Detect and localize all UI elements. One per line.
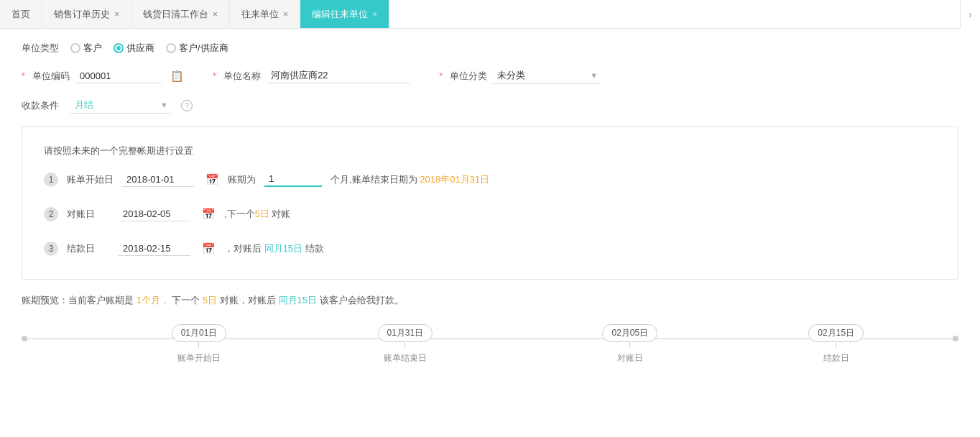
radio-supplier[interactable]: 供应商: [114, 42, 154, 55]
period-row-1: 1 账单开始日 📅 账期为 个月,账单结束日期为 2018年01月31日: [44, 172, 936, 187]
preview-text: 账期预览：当前客户账期是 1个月， 下一个 5日 对账，对账后 同月15日 该客…: [22, 294, 958, 307]
payment-day-highlight: 同月15日: [264, 243, 302, 254]
required-star: *: [22, 70, 25, 81]
timeline-label-3: 对账日: [617, 352, 643, 364]
period-num-2: 2: [44, 207, 58, 221]
period-desc-after-1: 个月,账单结束日期为 2018年01月31日: [330, 173, 489, 186]
timeline-point-3: 02月05日 对账日: [602, 324, 657, 364]
timeline-tick-2: [405, 342, 405, 348]
close-icon[interactable]: ×: [213, 9, 218, 19]
unit-category-group: * 单位分类 未分类 ▼: [439, 68, 601, 84]
timeline-point-4: 02月15日 结款日: [808, 324, 864, 364]
timeline-dot-end: [953, 336, 958, 341]
payment-terms-row: 收款条件 月结 ▼ ?: [22, 97, 958, 114]
period-desc-before-1: 账期为: [228, 173, 256, 186]
unit-code-input[interactable]: [75, 69, 162, 83]
radio-customer[interactable]: 客户: [70, 42, 102, 55]
preview-highlight-2: 5日: [203, 295, 217, 305]
timeline-tick-4: [836, 342, 836, 348]
reconcile-day-highlight: 5日: [255, 208, 269, 219]
radio-label-supplier: 供应商: [126, 42, 154, 55]
unit-type-label: 单位类型: [22, 42, 59, 55]
radio-group-unit-type: 客户 供应商 客户/供应商: [70, 42, 228, 55]
period-num-3: 3: [44, 242, 58, 256]
period-date-input-1[interactable]: [122, 172, 194, 187]
tabs-bar: 首页 销售订单历史 × 钱货日清工作台 × 往来单位 × 编辑往来单位 × ›: [0, 0, 980, 29]
preview-highlight-3: 同月15日: [279, 295, 317, 305]
card-title: 请按照未来的一个完整帐期进行设置: [44, 144, 936, 157]
unit-category-value: 未分类: [497, 69, 525, 82]
required-star: *: [439, 70, 443, 81]
preview-suffix: 该客户会给我打款。: [320, 295, 404, 305]
timeline-label-4: 结款日: [823, 352, 849, 364]
period-label-2: 对账日: [67, 208, 110, 221]
unit-type-group: 单位类型 客户 供应商 客户/供应商: [22, 42, 228, 55]
close-icon[interactable]: ×: [114, 9, 119, 19]
timeline-pill-4: 02月15日: [808, 324, 864, 342]
period-desc-2: ,下一个5日 对账: [224, 208, 290, 221]
timeline-dot-start: [22, 336, 27, 341]
timeline-tick-1: [198, 342, 199, 348]
radio-label-customer: 客户: [83, 42, 102, 55]
timeline-pill-3: 02月05日: [602, 324, 657, 342]
unit-code-group: * 单位编码 📋: [22, 69, 184, 83]
tab-counterparty[interactable]: 往来单位 ×: [230, 0, 300, 28]
payment-terms-value: 月结: [75, 98, 93, 111]
unit-category-label: 单位分类: [450, 70, 487, 83]
radio-circle-supplier: [114, 43, 124, 53]
period-row-2: 2 对账日 📅 ,下一个5日 对账: [44, 207, 936, 221]
radio-circle-customer: [70, 43, 80, 53]
period-date-input-3[interactable]: [119, 242, 190, 256]
tab-sales-history[interactable]: 销售订单历史 ×: [42, 0, 131, 28]
period-date-input-2[interactable]: [119, 207, 190, 221]
calendar-icon-3[interactable]: 📅: [202, 242, 216, 255]
unit-category-select[interactable]: 未分类 ▼: [493, 68, 601, 84]
copy-icon[interactable]: 📋: [170, 70, 184, 83]
payment-terms-select[interactable]: 月结 ▼: [70, 97, 171, 114]
main-content: 单位类型 客户 供应商 客户/供应商 * 单位编码: [0, 29, 980, 437]
tab-scroll-arrow[interactable]: ›: [960, 0, 980, 29]
calendar-icon-2[interactable]: 📅: [202, 208, 216, 221]
radio-circle-both: [166, 43, 176, 53]
timeline-pill-1: 01月01日: [172, 324, 227, 342]
payment-terms-label: 收款条件: [22, 99, 59, 112]
timeline-label-1: 账单开始日: [177, 352, 221, 364]
preview-middle-1: 下一个: [172, 295, 200, 305]
timeline-point-1: 01月01日 账单开始日: [172, 324, 227, 364]
help-icon[interactable]: ?: [181, 100, 193, 111]
tab-home[interactable]: 首页: [0, 0, 42, 28]
unit-name-label: 单位名称: [223, 70, 261, 83]
close-icon[interactable]: ×: [283, 9, 288, 19]
required-star: *: [213, 70, 216, 81]
timeline-label-2: 账单结束日: [384, 352, 427, 364]
period-settings-card: 请按照未来的一个完整帐期进行设置 1 账单开始日 📅 账期为 个月,账单结束日期…: [22, 126, 958, 280]
period-desc-3: ，对账后 同月15日 结款: [224, 242, 324, 255]
unit-type-row: 单位类型 客户 供应商 客户/供应商: [22, 42, 958, 55]
period-months-input[interactable]: [264, 172, 322, 187]
preview-prefix: 账期预览：当前客户账期是: [22, 295, 134, 305]
timeline-tick-3: [629, 342, 630, 348]
tab-edit-counterparty[interactable]: 编辑往来单位 ×: [300, 0, 389, 28]
preview-middle-2: 对账，对账后: [220, 295, 276, 305]
period-row-3: 3 结款日 📅 ，对账后 同月15日 结款: [44, 242, 936, 256]
tab-cashier-workbench[interactable]: 钱货日清工作台 ×: [131, 0, 230, 28]
close-icon[interactable]: ×: [372, 9, 377, 19]
radio-label-both: 客户/供应商: [179, 42, 228, 55]
unit-name-input[interactable]: [267, 69, 410, 83]
chevron-down-icon: ▼: [160, 101, 168, 109]
calendar-icon-1[interactable]: 📅: [205, 173, 219, 186]
period-end-date-highlight: 2018年01月31日: [420, 174, 489, 185]
payment-terms-group: 收款条件 月结 ▼ ?: [22, 97, 193, 114]
chevron-down-icon: ▼: [590, 71, 598, 80]
preview-highlight-1: 1个月，: [137, 295, 170, 305]
period-num-1: 1: [44, 172, 58, 187]
radio-both[interactable]: 客户/供应商: [166, 42, 228, 55]
timeline-pill-2: 01月31日: [378, 324, 433, 342]
unit-code-label: 单位编码: [32, 70, 70, 83]
period-label-3: 结款日: [67, 242, 110, 255]
unit-name-group: * 单位名称: [213, 69, 410, 83]
period-label-1: 账单开始日: [67, 173, 114, 186]
timeline: 01月01日 账单开始日 01月31日 账单结束日 02月05日 对账日 02月…: [22, 324, 958, 389]
timeline-point-2: 01月31日 账单结束日: [378, 324, 433, 364]
unit-info-row: * 单位编码 📋 * 单位名称 * 单位分类 未分类 ▼: [22, 68, 958, 84]
